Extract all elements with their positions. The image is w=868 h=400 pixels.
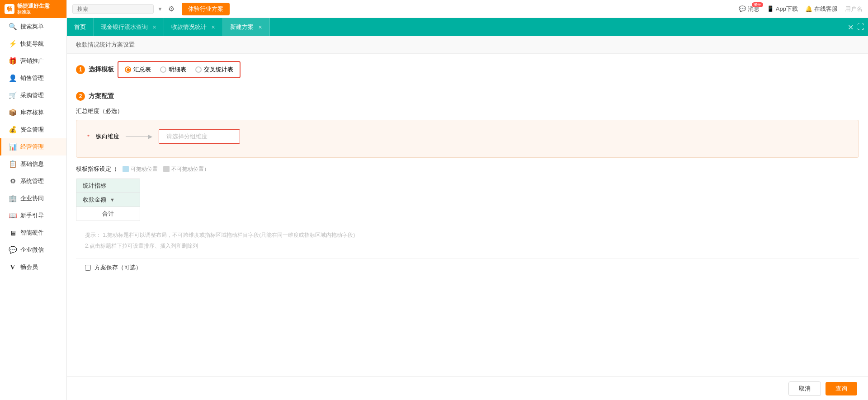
query-button[interactable]: 查询 <box>826 382 857 395</box>
sidebar-item-basic[interactable]: 📋 基础信息 <box>0 155 66 173</box>
sidebar-item-system[interactable]: ⚙ 系统管理 <box>0 173 66 190</box>
metrics-table: 统计指标 收款金额 ▼ 合计 <box>76 179 140 221</box>
radio-detail[interactable]: 明细表 <box>160 66 186 74</box>
step2-section: 2 方案配置 汇总维度（必选） * 纵向维度 ▶ <box>67 92 868 283</box>
legend-fixed: 不可拖动位置） <box>163 165 209 173</box>
page-title: 收款情况统计方案设置 <box>67 36 868 54</box>
radio-detail-circle <box>160 66 166 73</box>
maximize-icon[interactable]: ⛶ <box>857 23 864 31</box>
metrics-cell-amount[interactable]: 收款金额 ▼ <box>76 193 140 207</box>
app-download-button[interactable]: 📱 App下载 <box>767 5 798 13</box>
wechat-icon: 💬 <box>9 246 17 254</box>
online-service-button[interactable]: 🔔 在线客服 <box>805 5 838 13</box>
quick-nav-icon: ⚡ <box>9 40 17 48</box>
close-all-icon[interactable]: ✕ <box>848 23 854 32</box>
step1-header: 1 选择模板 汇总表 明细表 <box>76 61 859 78</box>
tab-collection-stat[interactable]: 收款情况统计 ✕ <box>164 18 223 36</box>
step2-label: 方案配置 <box>89 92 114 100</box>
sidebar-item-business[interactable]: 📊 经营管理 <box>0 138 66 155</box>
tab-home[interactable]: 首页 <box>67 18 94 36</box>
tab-new-plan[interactable]: 新建方案 ✕ <box>223 18 270 36</box>
topbar-gear-icon[interactable]: ⚙ <box>168 5 175 13</box>
tab-bank-flow[interactable]: 现金银行流水查询 ✕ <box>94 18 164 36</box>
service-icon: 🔔 <box>805 5 812 12</box>
radio-cross-circle <box>195 66 202 73</box>
vertical-dim-row: * 纵向维度 ▶ 请选择分组维度 <box>87 129 848 144</box>
sidebar-item-search-menu[interactable]: 🔍 搜索菜单 <box>0 18 66 35</box>
logo-text: 畅捷通好生意 标准版 <box>17 3 50 15</box>
hardware-icon: 🖥 <box>9 229 17 237</box>
arrow-head: ▶ <box>148 133 152 140</box>
sidebar-item-member[interactable]: V 畅会员 <box>0 259 66 276</box>
radio-summary-circle <box>125 66 131 73</box>
system-icon: ⚙ <box>9 177 17 185</box>
message-icon: 💬 <box>739 5 746 12</box>
trial-button[interactable]: 体验行业方案 <box>182 3 230 15</box>
save-checkbox[interactable] <box>85 265 91 271</box>
config-area: * 纵向维度 ▶ 请选择分组维度 <box>76 120 859 158</box>
hint-1: 提示： 1.拖动标题栏可以调整布局，不可跨维度或指标区域拖动栏目字段(只能在同一… <box>85 230 850 240</box>
cancel-button[interactable]: 取消 <box>788 381 821 396</box>
step1-label: 选择模板 <box>89 66 114 74</box>
sidebar-item-quick-nav[interactable]: ⚡ 快捷导航 <box>0 35 66 52</box>
sidebar-item-enterprise[interactable]: 🏢 企业协同 <box>0 190 66 207</box>
arrow-dash <box>126 136 148 137</box>
step1-section: 1 选择模板 汇总表 明细表 <box>67 54 868 92</box>
inventory-icon: 📦 <box>9 108 17 117</box>
sidebar-item-newbie[interactable]: 📖 新手引导 <box>0 207 66 224</box>
search-menu-icon: 🔍 <box>9 23 17 31</box>
metrics-section: 模板指标设定（ 可拖动位置 不可拖动位置） 统计指标 <box>76 165 859 230</box>
message-badge: 99+ <box>752 2 763 7</box>
chevron-down-icon: ▼ <box>110 197 115 202</box>
tab-bank-flow-close[interactable]: ✕ <box>152 24 156 30</box>
tabbar: 首页 现金银行流水查询 ✕ 收款情况统计 ✕ 新建方案 ✕ ✕ ⛶ <box>67 18 868 36</box>
business-icon: 📊 <box>9 143 17 151</box>
tab-collection-stat-close[interactable]: ✕ <box>211 24 215 30</box>
member-icon: V <box>9 264 17 271</box>
sidebar-item-finance[interactable]: 💰 资金管理 <box>0 121 66 138</box>
sidebar-item-wechat[interactable]: 💬 企业微信 <box>0 241 66 259</box>
radio-cross[interactable]: 交叉统计表 <box>195 66 233 74</box>
content-inner: 收款情况统计方案设置 1 选择模板 汇总表 <box>67 36 868 376</box>
step2-header: 2 方案配置 <box>76 92 859 101</box>
topbar-search-input[interactable] <box>72 4 154 14</box>
hint-2: 2.点击标题栏下拉可设置排序、插入列和删除列 <box>85 240 850 251</box>
sidebar: 畅 畅捷通好生意 标准版 🔍 搜索菜单 ⚡ 快捷导航 🎁 营销推广 👤 销售管理… <box>0 0 67 400</box>
topbar-dropdown-arrow[interactable]: ▼ <box>157 6 163 12</box>
legend-draggable: 可拖动位置 <box>123 165 158 173</box>
app-icon: 📱 <box>767 5 774 12</box>
sidebar-item-sales[interactable]: 👤 销售管理 <box>0 70 66 87</box>
dim-title: 汇总维度（必选） <box>76 107 859 115</box>
tabbar-right: ✕ ⛶ <box>848 18 868 36</box>
sidebar-logo: 畅 畅捷通好生意 标准版 <box>0 0 66 18</box>
sidebar-item-inventory[interactable]: 📦 库存核算 <box>0 104 66 121</box>
legend-fixed-color <box>163 166 170 172</box>
basic-icon: 📋 <box>9 160 17 168</box>
metrics-cell-subtotal: 合计 <box>76 207 140 221</box>
step1-badge: 1 <box>76 65 85 74</box>
message-button[interactable]: 💬 消息 99+ <box>739 5 760 13</box>
tab-new-plan-close[interactable]: ✕ <box>258 24 262 30</box>
save-label: 方案保存（可选） <box>94 264 142 272</box>
radio-summary-dot <box>127 68 130 71</box>
finance-icon: 💰 <box>9 126 17 134</box>
sidebar-item-marketing[interactable]: 🎁 营销推广 <box>0 52 66 70</box>
footer-bar: 取消 查询 <box>67 376 868 400</box>
metrics-setting-label: 模板指标设定（ <box>76 165 117 173</box>
user-avatar[interactable]: 用户名 <box>845 5 863 13</box>
logo-icon: 畅 <box>5 4 14 14</box>
save-section: 方案保存（可选） <box>76 259 859 276</box>
vertical-dim-input[interactable]: 请选择分组维度 <box>159 129 240 144</box>
radio-summary[interactable]: 汇总表 <box>125 66 151 74</box>
template-select-box: 汇总表 明细表 交叉统计表 <box>118 61 241 78</box>
enterprise-icon: 🏢 <box>9 194 17 202</box>
topbar: ▼ ⚙ 体验行业方案 💬 消息 99+ 📱 App下载 🔔 在线客服 用户名 <box>67 0 868 18</box>
metrics-label-row: 模板指标设定（ 可拖动位置 不可拖动位置） <box>76 165 859 173</box>
hints-section: 提示： 1.拖动标题栏可以调整布局，不可跨维度或指标区域拖动栏目字段(只能在同一… <box>76 230 859 259</box>
sales-icon: 👤 <box>9 74 17 82</box>
vertical-dim-label: 纵向维度 <box>96 132 119 141</box>
sidebar-item-hardware[interactable]: 🖥 智能硬件 <box>0 224 66 241</box>
user-name: 用户名 <box>845 5 863 13</box>
content-area: 收款情况统计方案设置 1 选择模板 汇总表 <box>67 36 868 376</box>
sidebar-item-purchase[interactable]: 🛒 采购管理 <box>0 87 66 104</box>
